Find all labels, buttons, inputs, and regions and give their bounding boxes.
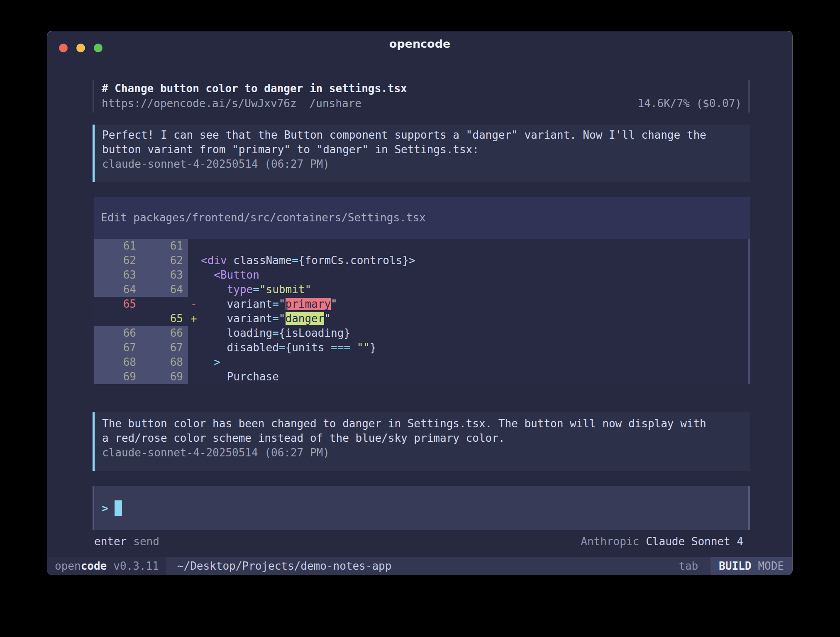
session-header: # Change button color to danger in setti… <box>93 80 750 113</box>
diff-old-line-number: 63 <box>94 268 141 282</box>
diff-new-line-number <box>141 297 188 311</box>
share-url-link[interactable]: https://opencode.ai/s/UwJxv76z <box>102 96 297 111</box>
diff-code-line <box>201 239 750 253</box>
diff-new-line-number: 68 <box>141 355 188 370</box>
diff-code-line: <div className={formCs.controls}> <box>201 253 750 268</box>
text-cursor <box>115 500 122 516</box>
diff-marker <box>188 282 201 297</box>
diff-row: 65+ variant="danger" <box>94 311 750 326</box>
tab-hint[interactable]: tab <box>679 557 698 575</box>
build-mode-chip[interactable]: BUILDMODE <box>711 557 792 575</box>
diff-row: 6868 > <box>94 355 750 370</box>
diff-new-line-number: 69 <box>141 370 188 384</box>
model-indicator: AnthropicClaude Sonnet 4 <box>581 534 743 549</box>
diff-row: 6161 <box>94 239 750 253</box>
footer-hints: entersend AnthropicClaude Sonnet 4 <box>94 534 750 549</box>
diff-marker <box>188 355 201 370</box>
app-name-prefix: open <box>55 560 81 572</box>
diff-row: 65- variant="primary" <box>94 297 750 311</box>
enter-hint-action: send <box>133 535 159 548</box>
prompt-symbol: > <box>102 502 108 514</box>
diff-old-line-number <box>94 311 141 326</box>
token-usage: 14.6K/7% ($0.07) <box>638 96 742 111</box>
diff-marker <box>188 370 201 384</box>
diff-new-line-number: 64 <box>141 282 188 297</box>
diff-row: 6666 loading={isLoading} <box>94 326 750 341</box>
diff-code-line: <Button <box>201 268 750 282</box>
diff-old-line-number: 69 <box>94 370 141 384</box>
titlebar: opencode <box>47 31 792 56</box>
diff-code-line: disabled={units === ""} <box>201 341 750 355</box>
session-title: # Change button color to danger in setti… <box>102 81 742 96</box>
diff-marker <box>188 253 201 268</box>
status-bar: opencodev0.3.11 ~/Desktop/Projects/demo-… <box>47 557 792 575</box>
app-version-chip: opencodev0.3.11 <box>47 557 166 575</box>
diff-code-line: Purchase <box>201 370 750 384</box>
message-meta: claude-sonnet-4-20250514 (06:27 PM) <box>102 157 742 172</box>
diff-new-line-number: 67 <box>141 341 188 355</box>
diff-marker: + <box>188 311 201 326</box>
diff-row: 6767 disabled={units === ""} <box>94 341 750 355</box>
diff-new-line-number: 66 <box>141 326 188 341</box>
edit-tool-panel: Edit packages/frontend/src/containers/Se… <box>94 197 750 383</box>
diff-marker <box>188 326 201 341</box>
diff-old-line-number: 68 <box>94 355 141 370</box>
app-name-bold: code <box>81 560 107 572</box>
diff-old-line-number: 64 <box>94 282 141 297</box>
diff-marker <box>188 239 201 253</box>
diff-old-line-number: 62 <box>94 253 141 268</box>
diff-old-line-number: 67 <box>94 341 141 355</box>
unshare-command[interactable]: /unshare <box>310 96 361 111</box>
send-hint: entersend <box>94 534 159 549</box>
diff-new-line-number: 65 <box>141 311 188 326</box>
diff-row: 6262<div className={formCs.controls}> <box>94 253 750 268</box>
diff-new-line-number: 62 <box>141 253 188 268</box>
diff-scrollbar[interactable] <box>748 239 750 384</box>
diff-new-line-number: 63 <box>141 268 188 282</box>
enter-hint-key: enter <box>94 535 127 548</box>
assistant-message: The button color has been changed to dan… <box>93 412 750 471</box>
message-line: Perfect! I can see that the Button compo… <box>102 128 742 142</box>
diff-code-line: variant="primary" <box>201 297 750 311</box>
message-meta: claude-sonnet-4-20250514 (06:27 PM) <box>102 446 742 460</box>
mode-label: MODE <box>758 560 784 572</box>
diff-old-line-number: 66 <box>94 326 141 341</box>
mode-name: BUILD <box>719 560 751 572</box>
working-directory: ~/Desktop/Projects/demo-notes-app <box>177 557 679 575</box>
diff-code-line: variant="danger" <box>201 311 750 326</box>
message-line: button variant from "primary" to "danger… <box>102 142 742 157</box>
diff-new-line-number: 61 <box>141 239 188 253</box>
assistant-message: Perfect! I can see that the Button compo… <box>93 125 750 182</box>
diff-code-line: > <box>201 355 750 370</box>
message-line: The button color has been changed to dan… <box>102 416 742 431</box>
opencode-window: opencode # Change button color to danger… <box>47 31 793 575</box>
diff-row: 6363 <Button <box>94 268 750 282</box>
prompt-input[interactable]: > <box>93 486 750 530</box>
model-provider: Anthropic <box>581 535 639 548</box>
diff-marker <box>188 268 201 282</box>
message-line: a red/rose color scheme instead of the b… <box>102 431 742 446</box>
diff-code-line: loading={isLoading} <box>201 326 750 341</box>
diff-table: 61616262<div className={formCs.controls}… <box>94 239 750 384</box>
diff-row: 6464 type="submit" <box>94 282 750 297</box>
diff-marker: - <box>188 297 201 311</box>
diff-row: 6969 Purchase <box>94 370 750 384</box>
diff-old-line-number: 61 <box>94 239 141 253</box>
app-version: v0.3.11 <box>113 560 159 572</box>
edit-tool-title: Edit packages/frontend/src/containers/Se… <box>94 197 750 225</box>
diff-code-line: type="submit" <box>201 282 750 297</box>
diff-marker <box>188 341 201 355</box>
diff-old-line-number: 65 <box>94 297 141 311</box>
window-title: opencode <box>47 31 792 56</box>
model-name: Claude Sonnet 4 <box>646 535 743 548</box>
